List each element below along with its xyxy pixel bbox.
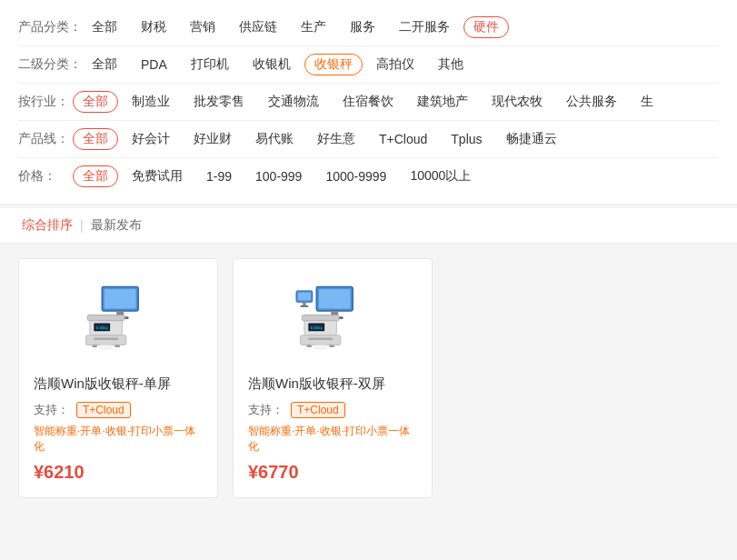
svg-rect-23 — [302, 315, 339, 321]
filter-item-line-business[interactable]: 好生意 — [307, 128, 365, 150]
filter-items-price: 全部 免费试用 1-99 100-999 1000-9999 10000以上 — [73, 165, 481, 187]
product-title-1: 浩顺Win版收银秤-单屏 — [34, 375, 203, 393]
filter-item-sub-scale[interactable]: 收银秤 — [304, 54, 363, 75]
filter-item-line-tplus[interactable]: Tplus — [441, 129, 492, 149]
svg-rect-1 — [105, 289, 136, 308]
filter-item-industry-construction[interactable]: 建筑地产 — [407, 91, 478, 113]
product-price-2: ¥6770 — [248, 462, 417, 483]
filter-item-price-1000-9999[interactable]: 1000-9999 — [315, 166, 396, 186]
svg-rect-29 — [314, 345, 325, 348]
svg-text:0.00kg: 0.00kg — [311, 326, 323, 330]
support-label-2: 支持： — [248, 402, 284, 418]
svg-rect-10 — [94, 337, 118, 340]
svg-rect-12 — [93, 345, 97, 347]
filter-item-price-free[interactable]: 免费试用 — [122, 165, 193, 187]
filter-item-price-100-999[interactable]: 100-999 — [245, 166, 312, 186]
filter-label-price: 价格： — [18, 168, 73, 185]
sort-divider: | — [80, 218, 84, 233]
sort-item-comprehensive[interactable]: 综合排序 — [18, 215, 76, 235]
filter-label-product-category: 产品分类： — [18, 19, 82, 35]
filter-item-industry-manufacturing[interactable]: 制造业 — [122, 91, 180, 113]
svg-rect-5 — [87, 315, 124, 321]
filter-item-line-tax[interactable]: 易代账 — [245, 128, 304, 150]
filter-item-sub-cashier[interactable]: 收银机 — [243, 54, 301, 75]
product-desc-1: 智能称重·开单·收银·打印小票一体化 — [34, 424, 203, 455]
filter-item-industry-hotel[interactable]: 住宿餐饮 — [333, 91, 403, 113]
product-image-1: 0.00kg — [34, 274, 203, 365]
svg-rect-11 — [100, 345, 111, 348]
product-support-1: 支持： T+Cloud — [34, 402, 203, 418]
filter-section: 产品分类： 全部 财税 营销 供应链 生产 服务 二开服务 硬件 二级分类： 全… — [0, 0, 737, 205]
filter-item-industry-transport[interactable]: 交通物流 — [258, 91, 329, 113]
filter-item-category-hardware[interactable]: 硬件 — [463, 16, 509, 38]
product-price-1: ¥6210 — [34, 462, 203, 483]
filter-item-category-marketing[interactable]: 营销 — [180, 16, 225, 38]
filter-item-line-finance[interactable]: 好业财 — [184, 128, 242, 150]
filter-item-category-all[interactable]: 全部 — [82, 16, 127, 38]
filter-label-product-line: 产品线： — [18, 131, 73, 147]
product-grid: 0.00kg 浩顺Win版收银秤-单屏 支持： T+Cloud 智能称重·开单·… — [0, 244, 737, 513]
filter-item-line-all[interactable]: 全部 — [73, 128, 118, 150]
filter-row-product-line: 产品线： 全部 好会计 好业财 易代账 好生意 T+Cloud Tplus 畅捷… — [18, 121, 719, 158]
filter-label-industry: 按行业： — [18, 94, 73, 110]
product-card-1[interactable]: 0.00kg 浩顺Win版收银秤-单屏 支持： T+Cloud 智能称重·开单·… — [18, 258, 218, 498]
filter-items-product-line: 全部 好会计 好业财 易代账 好生意 T+Cloud Tplus 畅捷通云 — [73, 128, 567, 150]
svg-rect-21 — [300, 305, 308, 307]
product-title-2: 浩顺Win版收银秤-双屏 — [248, 375, 417, 393]
filter-label-sub-category: 二级分类： — [18, 56, 82, 73]
filter-item-price-1-99[interactable]: 1-99 — [196, 166, 242, 186]
filter-item-line-accounting[interactable]: 好会计 — [122, 128, 180, 150]
support-label-1: 支持： — [34, 402, 69, 418]
svg-rect-13 — [115, 345, 119, 347]
filter-row-product-category: 产品分类： 全部 财税 营销 供应链 生产 服务 二开服务 硬件 — [18, 9, 719, 46]
svg-rect-31 — [329, 345, 334, 347]
filter-item-category-supply[interactable]: 供应链 — [229, 16, 287, 38]
filter-item-category-production[interactable]: 生产 — [291, 16, 336, 38]
filter-row-sub-category: 二级分类： 全部 PDA 打印机 收银机 收银秤 高拍仪 其他 — [18, 46, 719, 84]
filter-item-sub-printer[interactable]: 打印机 — [181, 54, 239, 75]
svg-text:0.00kg: 0.00kg — [96, 326, 108, 330]
svg-rect-19 — [298, 293, 311, 301]
filter-row-industry: 按行业： 全部 制造业 批发零售 交通物流 住宿餐饮 建筑地产 现代农牧 公共服… — [18, 84, 719, 121]
filter-item-price-all[interactable]: 全部 — [73, 165, 118, 187]
filter-row-price: 价格： 全部 免费试用 1-99 100-999 1000-9999 10000… — [18, 158, 719, 195]
filter-item-category-open[interactable]: 二开服务 — [389, 16, 460, 38]
filter-items-product-category: 全部 财税 营销 供应链 生产 服务 二开服务 硬件 — [82, 16, 509, 38]
svg-rect-30 — [307, 345, 312, 347]
filter-items-sub-category: 全部 PDA 打印机 收银机 收银秤 高拍仪 其他 — [82, 54, 473, 75]
product-image-2: 0.00kg — [248, 274, 417, 365]
support-tag-1[interactable]: T+Cloud — [76, 402, 131, 418]
filter-item-industry-agriculture[interactable]: 现代农牧 — [482, 91, 553, 113]
support-tag-2[interactable]: T+Cloud — [291, 402, 345, 418]
filter-item-industry-bio[interactable]: 生 — [631, 91, 663, 113]
sort-bar: 综合排序 | 最新发布 — [0, 205, 737, 244]
filter-item-sub-all[interactable]: 全部 — [82, 54, 127, 75]
filter-item-industry-public[interactable]: 公共服务 — [556, 91, 627, 113]
svg-rect-28 — [308, 337, 333, 340]
filter-item-line-express[interactable]: 畅捷通云 — [496, 128, 567, 150]
filter-items-industry: 全部 制造业 批发零售 交通物流 住宿餐饮 建筑地产 现代农牧 公共服务 生 — [73, 91, 663, 113]
filter-item-sub-camera[interactable]: 高拍仪 — [366, 54, 424, 75]
filter-item-sub-other[interactable]: 其他 — [428, 54, 473, 75]
product-support-2: 支持： T+Cloud — [248, 402, 417, 418]
filter-item-industry-retail[interactable]: 批发零售 — [184, 91, 254, 113]
svg-rect-15 — [319, 289, 351, 308]
filter-item-category-service[interactable]: 服务 — [340, 16, 385, 38]
filter-item-industry-all[interactable]: 全部 — [73, 91, 118, 113]
product-desc-2: 智能称重·开单·收银·打印小票一体化 — [248, 424, 417, 455]
sort-item-latest[interactable]: 最新发布 — [87, 215, 145, 235]
filter-item-category-tax[interactable]: 财税 — [131, 16, 176, 38]
product-card-2[interactable]: 0.00kg 浩顺Win版收银秤-双屏 支持： T+Cloud 智能称重·开单·… — [233, 258, 433, 498]
filter-item-price-10000plus[interactable]: 10000以上 — [400, 165, 481, 187]
filter-item-sub-pda[interactable]: PDA — [131, 55, 177, 75]
filter-item-line-tcloud[interactable]: T+Cloud — [369, 129, 437, 149]
